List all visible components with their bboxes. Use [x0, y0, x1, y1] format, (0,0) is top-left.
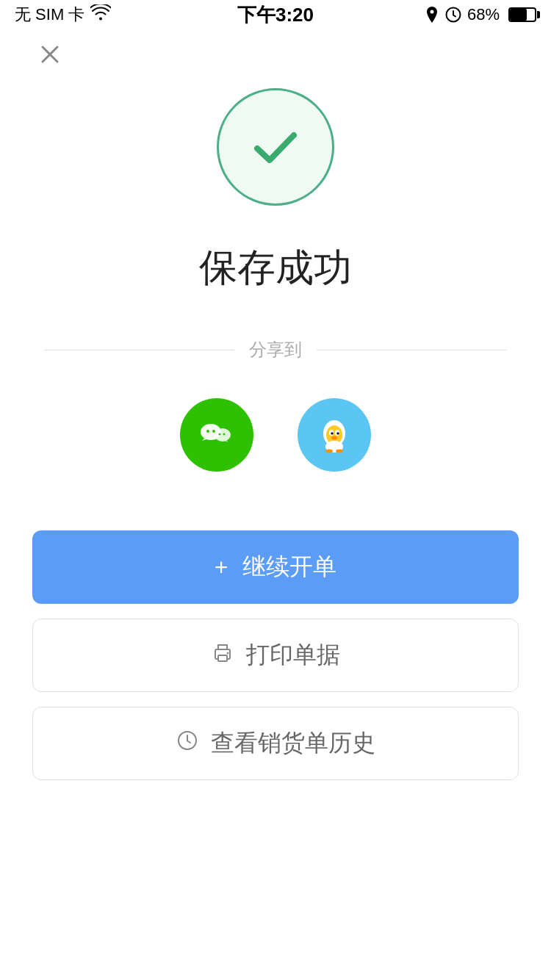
history-icon	[176, 729, 199, 758]
qq-share-button[interactable]	[298, 398, 371, 472]
wechat-share-button[interactable]	[180, 398, 253, 472]
svg-point-8	[223, 433, 226, 436]
battery-percentage: 68%	[467, 5, 500, 24]
svg-point-17	[325, 450, 333, 453]
qq-icon	[312, 413, 356, 457]
location-icon	[425, 6, 439, 24]
print-button[interactable]: 打印单据	[32, 619, 519, 692]
continue-label: 继续开单	[242, 551, 336, 583]
status-right: 68%	[425, 5, 536, 24]
sim-text: 无 SIM 卡	[15, 4, 84, 26]
divider-line-right	[317, 350, 507, 350]
continue-button[interactable]: + 继续开单	[32, 530, 519, 604]
share-label: 分享到	[234, 338, 317, 361]
svg-point-5	[206, 430, 209, 433]
svg-point-18	[336, 450, 343, 453]
status-bar: 无 SIM 卡 下午3:20 68%	[0, 0, 551, 29]
checkmark-icon	[246, 118, 305, 176]
print-icon	[211, 641, 234, 670]
svg-point-14	[336, 432, 339, 435]
battery-icon	[508, 7, 536, 22]
svg-rect-20	[218, 655, 227, 661]
close-button[interactable]	[32, 37, 68, 72]
continue-icon: +	[215, 554, 228, 581]
svg-point-7	[219, 433, 221, 436]
history-label: 查看销货单历史	[211, 727, 375, 760]
share-divider: 分享到	[0, 338, 551, 361]
main-content: 保存成功 分享到	[0, 29, 551, 780]
status-time: 下午3:20	[237, 2, 314, 28]
status-left: 无 SIM 卡	[15, 4, 111, 26]
clock-icon	[445, 7, 461, 23]
close-icon	[38, 43, 62, 66]
print-label: 打印单据	[246, 639, 340, 671]
wifi-icon	[90, 4, 111, 25]
svg-point-4	[215, 428, 231, 442]
action-buttons: + 继续开单 打印单据 查看销货单历史	[0, 530, 551, 780]
success-title: 保存成功	[199, 242, 352, 294]
svg-point-6	[212, 430, 215, 433]
wechat-icon	[195, 413, 239, 457]
divider-line-left	[44, 350, 234, 350]
svg-point-15	[331, 436, 337, 440]
success-circle	[217, 88, 334, 206]
svg-point-13	[331, 432, 334, 435]
svg-point-21	[227, 652, 229, 655]
history-button[interactable]: 查看销货单历史	[32, 707, 519, 780]
share-icons-row	[180, 398, 371, 472]
